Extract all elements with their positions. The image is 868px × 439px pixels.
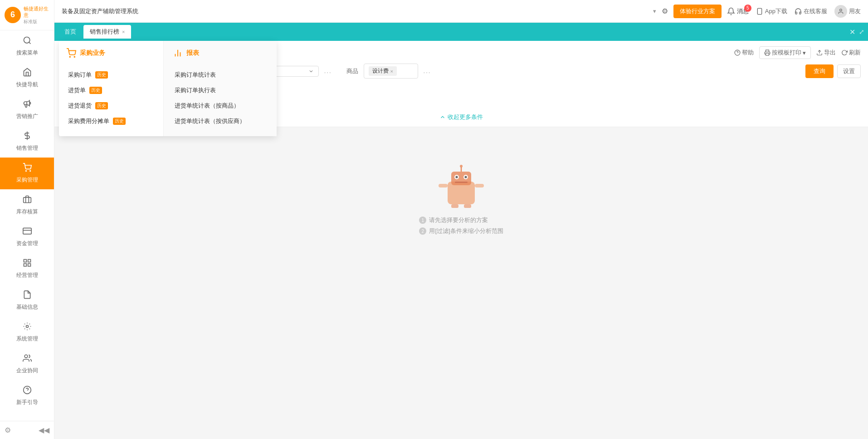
svg-point-37 — [74, 56, 75, 57]
logo-icon: 6 — [5, 7, 21, 23]
purchase-section-icon — [66, 48, 76, 58]
inventory-icon — [23, 195, 32, 206]
svg-point-13 — [24, 355, 28, 358]
sidebar-item-sales[interactable]: 销售管理 — [0, 126, 54, 158]
return-badge: 历史 — [95, 102, 108, 109]
sidebar-nav: 搜索菜单 快捷导航 营销推广 销售管理 — [0, 30, 54, 421]
active-indicator — [53, 168, 54, 179]
guide-icon — [23, 385, 32, 397]
menu-item-incoming[interactable]: 进货单 历史 — [66, 83, 163, 98]
menu-item-purchase-order[interactable]: 采购订单 历史 — [66, 67, 163, 83]
megaphone-icon — [23, 99, 32, 111]
expense-badge: 历史 — [113, 118, 126, 125]
search-icon — [23, 36, 32, 47]
logo: 6 畅捷通好生意 标准版 — [0, 0, 54, 30]
cooperation-icon — [23, 354, 32, 365]
settings-footer-icon[interactable]: ⚙ — [5, 426, 11, 434]
svg-rect-5 — [23, 197, 31, 202]
report-section-title: 报表 — [173, 48, 270, 62]
sidebar-item-quick-nav[interactable]: 快捷导航 — [0, 62, 54, 94]
svg-point-36 — [69, 56, 70, 57]
basic-info-icon — [23, 290, 32, 301]
sidebar-item-search[interactable]: 搜索菜单 — [0, 30, 54, 62]
sidebar-item-basic-info[interactable]: 基础信息 — [0, 285, 54, 316]
svg-point-0 — [24, 37, 29, 43]
sidebar: 6 畅捷通好生意 标准版 搜索菜单 快捷导航 — [0, 0, 54, 439]
sidebar-item-capital[interactable]: 资金管理 — [0, 221, 54, 253]
svg-rect-11 — [24, 263, 26, 266]
sidebar-item-operations[interactable]: 经营管理 — [0, 253, 54, 285]
menu-item-incoming-by-supplier[interactable]: 进货单统计表（按供应商） — [173, 113, 270, 129]
system-icon — [23, 322, 32, 333]
purchase-order-badge: 历史 — [95, 71, 108, 79]
report-section-icon — [173, 48, 183, 58]
menu-item-incoming-by-goods[interactable]: 进货单统计表（按商品） — [173, 98, 270, 113]
svg-rect-9 — [28, 259, 30, 262]
home-icon — [23, 68, 32, 79]
menu-item-expense[interactable]: 采购费用分摊单 历史 — [66, 113, 163, 129]
sidebar-item-marketing[interactable]: 营销推广 — [0, 94, 54, 126]
purchase-icon — [23, 163, 32, 174]
sidebar-footer: ⚙ ◀◀ — [0, 421, 54, 439]
menu-item-purchase-order-stat[interactable]: 采购订单统计表 — [173, 67, 270, 83]
sidebar-item-system[interactable]: 系统管理 — [0, 316, 54, 348]
incoming-badge: 历史 — [89, 87, 102, 94]
svg-point-4 — [29, 170, 30, 171]
sidebar-item-guide[interactable]: 新手引导 — [0, 380, 54, 412]
purchase-section: 采购业务 采购订单 历史 进货单 历史 进货退货 历史 采购费用分摊单 历史 — [66, 48, 163, 129]
purchase-dropdown-menu: 采购业务 采购订单 历史 进货单 历史 进货退货 历史 采购费用分摊单 历史 — [59, 41, 277, 136]
sales-icon — [23, 131, 32, 143]
sidebar-item-inventory[interactable]: 库存核算 — [0, 189, 54, 221]
dropdown-overlay[interactable]: 采购业务 采购订单 历史 进货单 历史 进货退货 历史 采购费用分摊单 历史 — [54, 0, 868, 439]
menu-item-purchase-order-exec[interactable]: 采购订单执行表 — [173, 83, 270, 98]
sidebar-item-cooperation[interactable]: 企业协同 — [0, 348, 54, 380]
collapse-sidebar-icon[interactable]: ◀◀ — [39, 426, 49, 434]
purchase-section-title: 采购业务 — [66, 48, 163, 62]
svg-rect-10 — [28, 263, 30, 266]
logo-text: 畅捷通好生意 标准版 — [24, 5, 49, 25]
svg-point-3 — [25, 170, 26, 171]
svg-point-12 — [26, 325, 28, 327]
svg-line-1 — [29, 42, 30, 44]
svg-rect-8 — [24, 259, 26, 262]
sidebar-item-purchase[interactable]: 采购管理 — [0, 158, 54, 189]
svg-rect-6 — [23, 228, 31, 234]
report-section: 报表 采购订单统计表 采购订单执行表 进货单统计表（按商品） 进货单统计表（按供… — [163, 41, 277, 136]
capital-icon — [23, 227, 32, 238]
menu-item-return[interactable]: 进货退货 历史 — [66, 98, 163, 113]
operations-icon — [23, 258, 32, 270]
